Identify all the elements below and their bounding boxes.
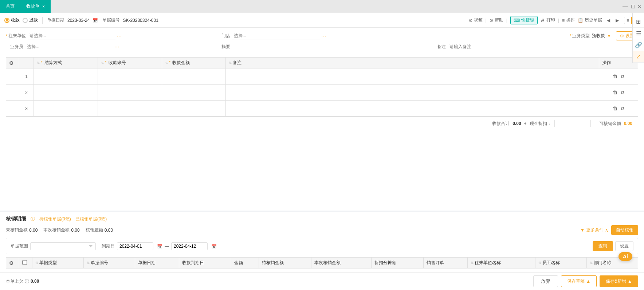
verify-section: 核销明细 ⓘ 待核销单据(0笔) 已核销单据(0笔) 未核销金额 0.00 本次… (0, 211, 644, 272)
td-account-1[interactable] (98, 68, 162, 85)
action-video[interactable]: ⊙ 视频 (469, 17, 483, 23)
business-type-dropdown-icon[interactable]: ▾ (608, 34, 610, 39)
td-action-2: 🗑 ⧉ (599, 85, 638, 101)
filter-range: 单据范围 (11, 242, 96, 250)
action-ops[interactable]: ≡ 操作 (562, 17, 575, 23)
radio-receipt-circle (4, 18, 9, 23)
th-account-sort: ⇅ (101, 61, 105, 65)
date-cal-from-icon[interactable]: 📅 (157, 244, 162, 249)
summary-verify-value: 0.00 (624, 121, 632, 126)
diff-label: 核销差额 (86, 227, 103, 233)
sidebar-list-icon[interactable]: ☰ (633, 28, 644, 39)
row-delete-btn-1[interactable]: 🗑 (612, 72, 619, 80)
business-type-required: * (570, 34, 572, 39)
abandon-btn[interactable]: 放弃 (533, 275, 558, 287)
td-amount-1[interactable] (162, 68, 226, 85)
sidebar-attach-icon[interactable]: 🔗 (633, 39, 644, 51)
auto-verify-btn[interactable]: 自动核销 (611, 225, 638, 235)
verify-info-icon[interactable]: ⓘ (31, 216, 35, 222)
vth-sales-order: 销售订单 (424, 258, 468, 269)
tab-bar-right: — □ × (623, 3, 644, 10)
action-history[interactable]: 📋 历史单据 (578, 17, 602, 23)
date-cal-to-icon[interactable]: 📅 (211, 244, 217, 249)
td-account-3[interactable] (98, 101, 162, 117)
sidebar-table-icon[interactable]: ⊞ (633, 16, 644, 28)
td-settle-1[interactable] (34, 68, 98, 85)
remarks-input[interactable] (448, 43, 638, 50)
more-conditions-btn[interactable]: ▼ 更多条件 ∧ (580, 227, 608, 233)
shop-input[interactable] (232, 32, 320, 39)
action-history-label: 历史单据 (585, 17, 602, 23)
td-remark-1[interactable] (226, 68, 599, 85)
td-gear-1 (6, 68, 19, 85)
staff-input[interactable] (25, 43, 113, 50)
verify-done-tab[interactable]: 已核销单据(0笔) (75, 216, 107, 222)
counterparty-more-icon[interactable]: ··· (117, 33, 122, 39)
ai-badge[interactable]: Ai (619, 252, 632, 261)
filter-range-label: 单据范围 (11, 243, 28, 249)
sidebar-expand-icon[interactable]: ⤢ (633, 51, 644, 63)
action-print[interactable]: 🖨 打印 (541, 17, 555, 23)
filter-range-select[interactable] (30, 242, 96, 250)
td-remark-2[interactable] (226, 85, 599, 101)
nav-next-btn[interactable]: ▶ (614, 17, 621, 24)
summary-row: 收款合计 0.00 + 现金折扣： = 可核销金额 0.00 (6, 117, 638, 130)
td-amount-2[interactable] (162, 85, 226, 101)
footer: 本单上欠 ⓘ 0.00 放弃 保存草稿 ▲ 保存&新增 ▲ (0, 272, 644, 290)
bill-no-value: SK-20230324-001 (123, 18, 158, 23)
td-amount-3[interactable] (162, 101, 226, 117)
verify-done-label: 已核销单据(0笔) (75, 216, 107, 222)
action-video-label: 视频 (474, 17, 483, 23)
summary-label: 摘要 (221, 44, 230, 50)
action-help[interactable]: ⊙ 帮助 (490, 17, 503, 23)
toolbar-sep1: | (486, 18, 487, 23)
verify-pending-tab[interactable]: 待核销单据(0笔) (39, 216, 71, 222)
window-close-icon[interactable]: × (638, 3, 641, 10)
save-draft-btn[interactable]: 保存草稿 ▲ (561, 275, 597, 287)
bill-date-calendar-icon[interactable]: 📅 (93, 18, 98, 23)
save-new-btn[interactable]: 保存&新增 ▲ (600, 275, 638, 287)
counterparty-input[interactable] (28, 32, 115, 39)
tab-home-label: 首页 (6, 3, 15, 9)
tab-home[interactable]: 首页 (0, 0, 20, 13)
window-restore-icon[interactable]: □ (631, 3, 635, 10)
radio-refund[interactable]: 退款 (23, 17, 38, 23)
chevron-up-icon2: ▲ (628, 279, 632, 284)
summary-input[interactable] (232, 43, 356, 50)
footer-info-icon[interactable]: ⓘ (25, 278, 29, 285)
row-copy-btn-2[interactable]: ⧉ (620, 89, 625, 96)
filter-date-to[interactable] (171, 242, 208, 250)
filter-settings-btn[interactable]: 设置 (615, 241, 633, 251)
main-content: 收款 退款 单据日期 2023-03-24 📅 单据编号 SK-20230324… (0, 13, 644, 290)
tab-receipt[interactable]: 收款单 × (20, 0, 51, 13)
nav-prev-btn[interactable]: ◀ (605, 17, 612, 24)
shop-more-icon[interactable]: ··· (321, 33, 326, 39)
window-minimize-icon[interactable]: — (623, 3, 628, 10)
stat-current: 本次核销金额 0.00 (43, 227, 79, 233)
view-list-btn[interactable]: ≡ (624, 17, 631, 24)
tab-close-icon[interactable]: × (42, 4, 45, 9)
row-delete-btn-3[interactable]: 🗑 (612, 105, 619, 112)
stat-unverified: 未核销金额 0.00 (6, 227, 38, 233)
staff-more-icon[interactable]: ··· (114, 44, 119, 50)
business-type-value: 预收款 (592, 33, 605, 39)
history-icon: 📋 (578, 18, 583, 23)
verify-table-settings-btn[interactable]: ⚙ (9, 260, 14, 266)
td-settle-3[interactable] (34, 101, 98, 117)
stat-diff: 核销差额 0.00 (86, 227, 113, 233)
verify-select-all[interactable] (22, 260, 27, 265)
footer-label: 本单上欠 (6, 278, 23, 285)
td-account-2[interactable] (98, 85, 162, 101)
summary-discount-input[interactable] (554, 120, 591, 127)
row-delete-btn-2[interactable]: 🗑 (612, 89, 619, 96)
filter-date-from[interactable] (117, 242, 153, 250)
table-settings-btn[interactable]: ⚙ (9, 60, 14, 66)
action-shortcut[interactable]: ⌨ 快捷键 (510, 16, 538, 24)
query-btn[interactable]: 查询 (593, 241, 613, 251)
date-sep: — (165, 244, 169, 249)
td-settle-2[interactable] (34, 85, 98, 101)
td-remark-3[interactable] (226, 101, 599, 117)
radio-receipt[interactable]: 收款 (4, 17, 20, 23)
row-copy-btn-3[interactable]: ⧉ (620, 105, 625, 112)
row-copy-btn-1[interactable]: ⧉ (620, 72, 625, 80)
